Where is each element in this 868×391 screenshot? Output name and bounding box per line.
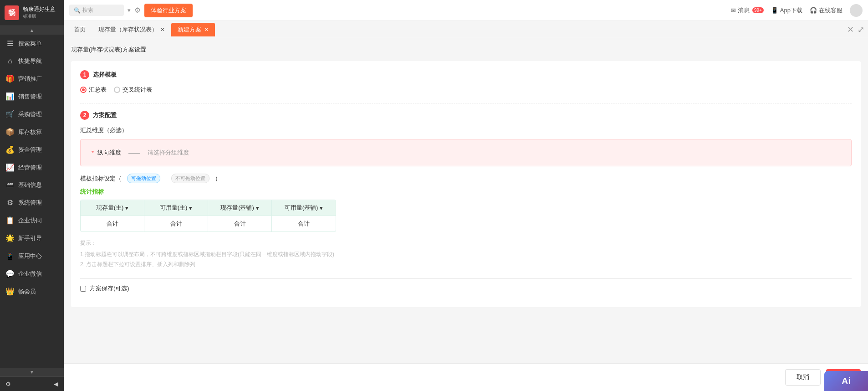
search-placeholder: 搜索 <box>82 6 93 14</box>
indicator-settings: 模板指标设定（ 可拖动位置 不可拖动位置 ） 统计指标 现存量(主) ▾ <box>80 174 852 232</box>
brand-edition: 标准版 <box>23 13 56 20</box>
trial-button[interactable]: 体验行业方案 <box>144 4 193 17</box>
sidebar-item-label: 企业微信 <box>18 270 42 278</box>
tab-home[interactable]: 首页 <box>67 23 92 36</box>
sidebar-item-label: 基础信息 <box>18 181 42 189</box>
tab-inventory-close[interactable]: ✕ <box>160 26 165 33</box>
step2-header: 2 方案配置 <box>80 111 852 120</box>
ai-float-button[interactable]: Ai <box>824 371 868 391</box>
user-avatar[interactable] <box>850 4 863 17</box>
sidebar-item-label: 销售管理 <box>18 93 42 101</box>
sidebar-nav: ☰ 搜索菜单 ⌂ 快捷导航 🎁 营销推广 📊 销售管理 🛒 采购管理 📦 库存核… <box>0 35 64 368</box>
sidebar-item-label: 快捷导航 <box>18 57 42 65</box>
app-download-item[interactable]: 📱 App下载 <box>771 6 802 15</box>
footer-bar: 取消 查询 <box>64 363 868 391</box>
tab-new-scheme-close[interactable]: ✕ <box>204 26 209 33</box>
sidebar-item-label: 经营管理 <box>18 164 42 172</box>
sidebar-item-company[interactable]: 📋 企业协同 <box>0 211 64 229</box>
stat-col-1-dropdown[interactable]: ▾ <box>189 205 192 211</box>
online-service-label: 在线客服 <box>819 6 842 15</box>
sidebar-item-label: 畅会员 <box>18 288 36 296</box>
sidebar-item-search[interactable]: ☰ 搜索菜单 <box>0 35 64 52</box>
search-menu-icon: ☰ <box>5 39 15 48</box>
radio-cross-label: 交叉统计表 <box>123 86 152 94</box>
step1-title: 选择模板 <box>93 71 117 79</box>
expand-window-icon[interactable]: ⤢ <box>858 25 864 35</box>
save-option-checkbox[interactable] <box>80 286 86 292</box>
sidebar-item-finance[interactable]: 💰 资金管理 <box>0 141 64 159</box>
main-area: 🔍 搜索 ▾ ⚙ 体验行业方案 ✉ 消息 99+ 📱 App下载 🎧 在线客服 <box>64 0 868 391</box>
dimension-dash: —— <box>128 149 140 156</box>
step1-divider <box>80 103 852 103</box>
sidebar-item-operations[interactable]: 📈 经营管理 <box>0 159 64 176</box>
topbar: 🔍 搜索 ▾ ⚙ 体验行业方案 ✉ 消息 99+ 📱 App下载 🎧 在线客服 <box>64 0 868 21</box>
dropdown-arrow-icon[interactable]: ▾ <box>128 7 131 14</box>
sidebar-item-guide[interactable]: 🌟 新手引导 <box>0 229 64 247</box>
sidebar-footer: ⚙ ◀ <box>0 376 64 391</box>
sidebar-item-wechat[interactable]: 💬 企业微信 <box>0 265 64 283</box>
search-icon: 🔍 <box>74 7 81 14</box>
system-icon: ⚙ <box>5 198 15 207</box>
brand-name: 畅康通好生意 <box>23 6 56 13</box>
tips-item-1: 2. 点击标题栏下拉可设置排序、插入列和删除列 <box>80 260 852 270</box>
company-icon: 📋 <box>5 216 15 225</box>
sidebar-item-sales[interactable]: 📊 销售管理 <box>0 87 64 105</box>
search-box[interactable]: 🔍 搜索 <box>69 5 124 16</box>
sidebar-scroll-down[interactable]: ▼ <box>0 368 64 376</box>
sidebar-scroll-up[interactable]: ▲ <box>0 26 64 35</box>
template-radio-group: 汇总表 交叉统计表 <box>80 86 852 94</box>
stat-col-2-header[interactable]: 现存量(基辅) ▾ <box>208 200 272 216</box>
required-star: * <box>92 149 94 156</box>
radio-summary-dot <box>80 87 87 93</box>
online-service-item[interactable]: 🎧 在线客服 <box>810 6 842 15</box>
tab-inventory[interactable]: 现存量（库存状况表） ✕ <box>92 23 171 36</box>
gift-icon: 🎁 <box>5 74 15 83</box>
dimension-placeholder: 请选择分组维度 <box>148 149 189 157</box>
sidebar-item-system[interactable]: ⚙ 系统管理 <box>0 194 64 211</box>
chart-icon: 📊 <box>5 92 15 101</box>
step2-section: 2 方案配置 汇总维度（必选） * 纵向维度 —— 请选择分组维度 <box>80 111 852 269</box>
sidebar: 畅 畅康通好生意 标准版 ▲ ☰ 搜索菜单 ⌂ 快捷导航 🎁 营销推广 📊 销售… <box>0 0 64 391</box>
stat-col-3-header[interactable]: 可用量(基辅) ▾ <box>272 200 336 216</box>
sidebar-item-member[interactable]: 👑 畅会员 <box>0 283 64 300</box>
sidebar-item-label: 搜索菜单 <box>18 40 42 48</box>
stat-col-2-dropdown[interactable]: ▾ <box>256 205 259 211</box>
sidebar-item-quick-nav[interactable]: ⌂ 快捷导航 <box>0 52 64 70</box>
stat-col-1-header[interactable]: 可用量(主) ▾ <box>144 200 208 216</box>
sidebar-item-label: 新手引导 <box>18 234 42 242</box>
tips-item-1-text: 2. 点击标题栏下拉可设置排序、插入列和删除列 <box>80 261 195 268</box>
stat-col-0-label: 现存量(主) <box>96 204 124 212</box>
sidebar-item-basic-info[interactable]: 🗃 基础信息 <box>0 176 64 194</box>
sidebar-item-label: 系统管理 <box>18 199 42 207</box>
sidebar-item-label: 资金管理 <box>18 146 42 154</box>
cancel-button[interactable]: 取消 <box>785 369 821 386</box>
radio-summary[interactable]: 汇总表 <box>80 86 107 94</box>
topbar-right: ✉ 消息 99+ 📱 App下载 🎧 在线客服 <box>731 4 863 17</box>
home-icon: ⌂ <box>5 57 15 65</box>
collapse-icon[interactable]: ◀ <box>54 381 58 387</box>
info-icon: 🗃 <box>5 181 15 189</box>
tab-new-scheme[interactable]: 新建方案 ✕ <box>171 23 215 36</box>
apps-icon: 📱 <box>5 252 15 260</box>
settings-icon[interactable]: ⚙ <box>5 381 11 387</box>
sidebar-item-purchase[interactable]: 🛒 采购管理 <box>0 105 64 123</box>
close-window-icon[interactable]: ✕ <box>847 25 854 35</box>
sidebar-item-inventory[interactable]: 📦 库存核算 <box>0 123 64 141</box>
app-download-label: App下载 <box>780 6 802 15</box>
brand-area: 畅 畅康通好生意 标准版 <box>0 0 64 26</box>
save-option-label: 方案保存(可选) <box>90 284 129 293</box>
radio-summary-label: 汇总表 <box>89 86 107 94</box>
tips-title: 提示： <box>80 239 852 247</box>
gear-icon[interactable]: ⚙ <box>134 6 141 15</box>
sidebar-item-apps[interactable]: 📱 应用中心 <box>0 247 64 265</box>
page-title: 现存量(库存状况表)方案设置 <box>71 46 861 54</box>
message-item[interactable]: ✉ 消息 99+ <box>731 6 764 15</box>
stat-col-0-dropdown[interactable]: ▾ <box>125 205 128 211</box>
tips-section: 提示： 1.拖动标题栏可以调整布局，不可跨维度或指标区域拖动栏目字段(只能在同一… <box>80 239 852 269</box>
stat-col-0-header[interactable]: 现存量(主) ▾ <box>81 200 144 216</box>
box-icon: 📦 <box>5 128 15 136</box>
radio-cross[interactable]: 交叉统计表 <box>114 86 152 94</box>
indicator-settings-suffix: ） <box>215 175 221 183</box>
stat-col-3-dropdown[interactable]: ▾ <box>320 205 323 211</box>
sidebar-item-marketing[interactable]: 🎁 营销推广 <box>0 70 64 87</box>
